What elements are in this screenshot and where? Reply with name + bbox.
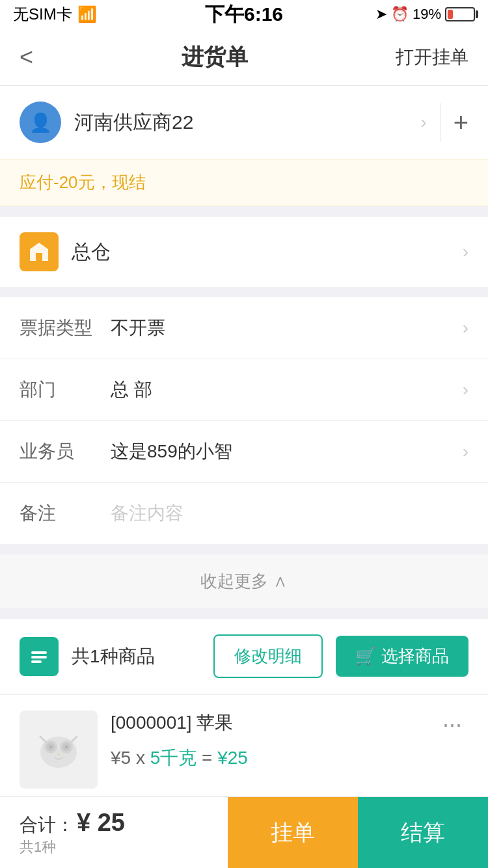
collapse-row[interactable]: 收起更多 ∧ xyxy=(0,554,488,608)
remark-placeholder: 备注内容 xyxy=(98,501,468,526)
ticket-type-chevron-icon: › xyxy=(463,318,468,338)
status-bar-time: 下午6:16 xyxy=(205,1,283,28)
edit-detail-button[interactable]: 修改明细 xyxy=(213,634,323,678)
wifi-icon: 📶 xyxy=(77,5,97,23)
warehouse-name: 总仓 xyxy=(72,239,463,265)
hang-button[interactable]: 挂单 xyxy=(228,797,358,868)
svg-point-10 xyxy=(65,746,68,748)
svg-rect-0 xyxy=(36,253,42,261)
total-count: 共1种 xyxy=(20,837,208,857)
department-chevron-icon: › xyxy=(463,379,468,400)
product-item: [0000001] 苹果 ¥5 x 5千克 = ¥25 ··· xyxy=(0,695,488,804)
main-content: 👤 河南供应商22 › + 应付-20元，现结 总仓 › 票据类型 不开票 xyxy=(0,86,488,868)
product-info: [0000001] 苹果 ¥5 x 5千克 = ¥25 xyxy=(111,711,423,770)
location-icon: ➤ xyxy=(375,6,387,23)
cart-icon: 🛒 xyxy=(355,646,376,666)
total-price-text: ¥25 xyxy=(217,748,248,768)
supplier-warning: 应付-20元，现结 xyxy=(0,159,488,206)
supplier-avatar: 👤 xyxy=(20,102,61,143)
department-label: 部门 xyxy=(20,377,98,402)
supplier-card: 👤 河南供应商22 › + 应付-20元，现结 xyxy=(0,86,488,206)
vertical-divider xyxy=(440,103,441,142)
select-product-label: 选择商品 xyxy=(381,645,449,668)
svg-rect-1 xyxy=(31,651,47,654)
salesman-chevron-icon: › xyxy=(463,441,468,462)
product-name: [0000001] 苹果 xyxy=(111,711,423,735)
equals-text: = xyxy=(202,748,217,768)
bottom-bar: 合计： ¥ 25 共1种 挂单 结算 xyxy=(0,796,488,868)
product-more-button[interactable]: ··· xyxy=(436,711,468,738)
avatar-icon: 👤 xyxy=(29,112,52,133)
warehouse-row[interactable]: 总仓 › xyxy=(0,217,488,287)
status-bar-left: 无SIM卡 📶 xyxy=(13,4,97,25)
page-title: 进货单 xyxy=(182,42,248,72)
form-card: 票据类型 不开票 › 部门 总 部 › 业务员 这是859的小智 › 备注 备注… xyxy=(0,297,488,544)
settle-button[interactable]: 结算 xyxy=(358,797,488,868)
total-label: 合计： xyxy=(20,813,74,837)
price-text: ¥5 x xyxy=(111,748,150,768)
supplier-row[interactable]: 👤 河南供应商22 › + xyxy=(0,86,488,159)
alarm-icon: ⏰ xyxy=(391,6,409,23)
battery-icon xyxy=(445,7,475,21)
collapse-label: 收起更多 ∧ xyxy=(200,570,287,593)
remark-row[interactable]: 备注 备注内容 xyxy=(0,483,488,544)
salesman-row[interactable]: 业务员 这是859的小智 › xyxy=(0,421,488,483)
product-count-text: 共1种商品 xyxy=(72,644,200,669)
quantity-text: 5千克 xyxy=(150,748,197,768)
salesman-label: 业务员 xyxy=(20,439,98,464)
salesman-value: 这是859的小智 xyxy=(98,439,463,464)
product-count-icon xyxy=(20,637,59,676)
supplier-chevron-icon: › xyxy=(420,112,426,133)
product-header: 共1种商品 修改明细 🛒 选择商品 xyxy=(0,619,488,694)
add-supplier-button[interactable]: + xyxy=(454,108,468,137)
product-price: ¥5 x 5千克 = ¥25 xyxy=(111,746,423,770)
svg-rect-3 xyxy=(31,660,42,663)
product-thumbnail xyxy=(20,711,98,789)
hang-label: 挂单 xyxy=(271,818,315,848)
status-bar: 无SIM卡 📶 下午6:16 ➤ ⏰ 19% xyxy=(0,0,488,29)
total-amount: ¥ 25 xyxy=(77,809,125,837)
status-bar-right: ➤ ⏰ 19% xyxy=(375,6,475,23)
warehouse-chevron-icon: › xyxy=(463,241,468,262)
warehouse-icon xyxy=(20,232,59,271)
supplier-name: 河南供应商22 xyxy=(74,109,420,136)
back-button[interactable]: < xyxy=(20,44,33,71)
ticket-type-value: 不开票 xyxy=(98,316,463,340)
carrier-text: 无SIM卡 xyxy=(13,4,72,25)
product-code: [0000001] 苹果 xyxy=(111,712,233,733)
nav-bar: < 进货单 打开挂单 xyxy=(0,29,488,86)
ticket-type-label: 票据类型 xyxy=(20,316,98,340)
battery-percent: 19% xyxy=(413,6,441,23)
select-product-button[interactable]: 🛒 选择商品 xyxy=(336,636,468,677)
warehouse-card: 总仓 › xyxy=(0,217,488,287)
spacer1 xyxy=(0,206,488,217)
open-pending-button[interactable]: 打开挂单 xyxy=(396,45,468,70)
remark-label: 备注 xyxy=(20,501,98,526)
svg-point-9 xyxy=(49,746,52,748)
settle-label: 结算 xyxy=(401,818,445,848)
svg-rect-2 xyxy=(31,656,47,658)
department-value: 总 部 xyxy=(98,377,463,402)
ticket-type-row[interactable]: 票据类型 不开票 › xyxy=(0,297,488,359)
total-section: 合计： ¥ 25 共1种 xyxy=(0,797,228,868)
spacer2 xyxy=(0,608,488,619)
department-row[interactable]: 部门 总 部 › xyxy=(0,359,488,421)
